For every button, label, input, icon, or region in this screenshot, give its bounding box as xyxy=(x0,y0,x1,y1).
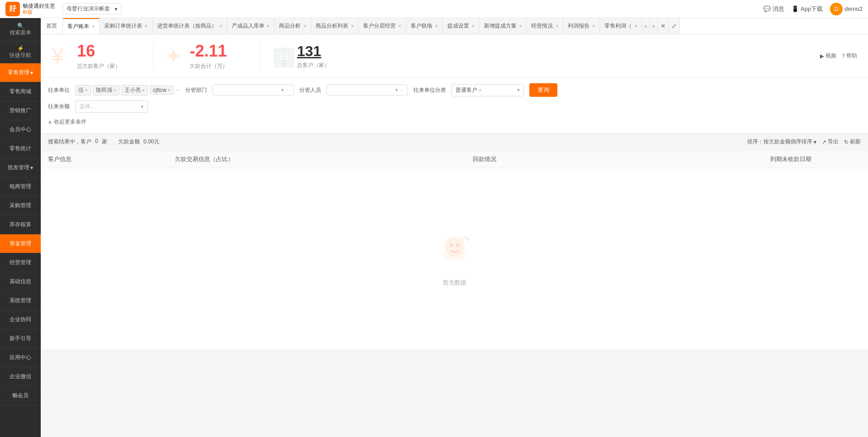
unit-type-select[interactable]: 普通客户 × ▾ xyxy=(451,84,524,96)
tab-close-customer-segment[interactable]: × xyxy=(398,24,401,28)
sidebar-item-capital-mgmt[interactable]: 资金管理 xyxy=(0,234,41,253)
collapse-button[interactable]: ∧ 收起更多条件 xyxy=(48,116,861,128)
tab-operation-status[interactable]: 经营情况 × xyxy=(527,18,563,34)
sidebar-item-ecommerce[interactable]: 电商管理 xyxy=(0,177,41,196)
sidebar-item-retail-mall[interactable]: 零售商城 xyxy=(0,82,41,101)
filter-tag-chen: 陈民强 × xyxy=(93,85,120,95)
tab-close-purchase-goods-stats[interactable]: × xyxy=(220,24,222,28)
filter-more-tags[interactable]: ··· xyxy=(175,87,180,93)
customers-debt-label: 总欠款客户（家） xyxy=(77,62,120,70)
top-bar: 好 畅捷通好生意 标版 母婴行业演示帐套 ▾ 💬 消息 📱 App下载 D de… xyxy=(0,0,868,18)
tab-close-profit-report[interactable]: × xyxy=(592,24,595,28)
tab-product-stock[interactable]: 产成品入库单 × xyxy=(227,18,275,34)
tab-nav-prev[interactable]: ‹ xyxy=(642,18,650,34)
video-button[interactable]: ▶ 视频 xyxy=(820,52,836,60)
chevron-icon: ▾ xyxy=(30,165,33,171)
customers-debt-count: 16 xyxy=(77,42,120,61)
sidebar-item-member-center[interactable]: 会员中心 xyxy=(0,120,41,139)
sidebar-quick-nav[interactable]: ⚡ 快捷导航 xyxy=(0,42,41,63)
sidebar-item-new-guide[interactable]: 新手引导 xyxy=(0,329,41,348)
stat-block-total-customers: 🏢 131 总客户（家） xyxy=(272,43,351,69)
unit-type-tag: 普通客户 × xyxy=(456,86,481,94)
sidebar-item-inventory[interactable]: 库存核算 xyxy=(0,215,41,234)
chevron-up-icon: ∧ xyxy=(48,119,52,125)
divider2 xyxy=(260,43,261,70)
tab-customer-contact[interactable]: 客户联络 × xyxy=(406,18,443,34)
remove-tag-wu[interactable]: × xyxy=(85,88,88,93)
table-body: 暂无数据 xyxy=(41,168,868,349)
refresh-button[interactable]: ↻ 刷新 xyxy=(844,138,861,146)
tab-close-customer-contact[interactable]: × xyxy=(435,24,438,28)
logo: 好 畅捷通好生意 标版 xyxy=(5,2,55,16)
sidebar-item-retail-stats[interactable]: 零售统计 xyxy=(0,139,41,158)
tab-home[interactable]: 首页 xyxy=(41,18,63,34)
total-customers-value: 131 xyxy=(297,43,330,60)
tab-customer-book[interactable]: 客户账本 × xyxy=(63,18,100,34)
dept-select-arrow: ▾ xyxy=(281,87,284,93)
sidebar-item-enterprise-coop[interactable]: 企业协同 xyxy=(0,310,41,329)
balance-select[interactable]: 选择... ▾ xyxy=(75,100,148,113)
tab-close-product-stock[interactable]: × xyxy=(267,24,270,28)
sidebar-item-app-center[interactable]: 应用中心 xyxy=(0,348,41,367)
sidebar-item-retail-mgmt[interactable]: 零售管理 ▾ xyxy=(0,63,41,82)
help-button[interactable]: ? 帮助 xyxy=(842,52,857,60)
tab-close-customer-book[interactable]: × xyxy=(92,24,95,29)
query-button[interactable]: 查询 xyxy=(529,83,557,97)
balance-select-arrow: ▾ xyxy=(141,104,144,110)
tab-goods-analysis-list[interactable]: 商品分析列表 × xyxy=(311,18,359,34)
user-menu[interactable]: D demo2 xyxy=(830,3,863,15)
sidebar-item-enterprise-wechat[interactable]: 企业微信 xyxy=(0,367,41,386)
sidebar-item-basic-info[interactable]: 基础信息 xyxy=(0,272,41,291)
remove-tag-cjttcw[interactable]: × xyxy=(168,88,171,93)
tab-new-propose[interactable]: 新增提成方案 × xyxy=(480,18,527,34)
tab-profit-report[interactable]: 利润报告 × xyxy=(563,18,600,34)
app-download-button[interactable]: 📱 App下载 xyxy=(791,5,823,13)
tab-close-propose-settings[interactable]: × xyxy=(472,24,475,28)
tab-close-retail-profit[interactable]: × xyxy=(634,24,637,28)
tab-close-goods-analysis-list[interactable]: × xyxy=(351,24,354,28)
sidebar-item-system-mgmt[interactable]: 系统管理 xyxy=(0,291,41,310)
tab-nav-close-all[interactable]: ✕ xyxy=(658,18,669,34)
svg-point-4 xyxy=(467,238,470,241)
col-customer: 客户信息 xyxy=(48,155,175,163)
person-select-more: ··· xyxy=(400,87,404,93)
remove-tag-wang[interactable]: × xyxy=(142,88,145,93)
account-selector[interactable]: 母婴行业演示帐套 ▾ xyxy=(62,3,121,14)
person-select[interactable]: ▾ ··· xyxy=(326,85,408,95)
tab-close-goods-analysis[interactable]: × xyxy=(303,24,306,28)
sidebar-item-marketing[interactable]: 营销推广 xyxy=(0,101,41,120)
chevron-down-icon: ▾ xyxy=(115,6,117,12)
tab-nav-expand[interactable]: ⤢ xyxy=(669,18,680,34)
help-icon: ? xyxy=(842,53,845,59)
filter-tag-wu: 伍 × xyxy=(75,85,91,95)
tab-close-new-propose[interactable]: × xyxy=(519,24,522,28)
tab-purchase-stats[interactable]: 采购订单统计表 × xyxy=(100,18,153,34)
tab-customer-segment[interactable]: 客户分层经营 × xyxy=(359,18,406,34)
empty-text: 暂无数据 xyxy=(443,279,466,287)
table-header: 客户信息 欠款交易信息（占比） 回款情况 到期未收款日期 xyxy=(41,151,868,168)
remove-unit-type-tag[interactable]: × xyxy=(479,88,481,93)
sort-select[interactable]: 排序：按欠款金额倒序排序 ▾ xyxy=(747,138,816,146)
total-customers-label: 总客户（家） xyxy=(297,62,330,69)
tab-goods-analysis[interactable]: 商品分析 × xyxy=(274,18,311,34)
sidebar-item-purchase-mgmt[interactable]: 采购管理 xyxy=(0,196,41,215)
customers-icon: ¥ xyxy=(52,43,64,68)
sidebar-item-batch-mgmt[interactable]: 批发管理 ▾ xyxy=(0,158,41,177)
tab-close-operation-status[interactable]: × xyxy=(556,24,558,28)
tab-retail-profit[interactable]: 零售利润（ × xyxy=(600,18,642,34)
col-debt: 欠款交易信息（占比） xyxy=(175,155,473,163)
tab-propose-settings[interactable]: 提成设置 × xyxy=(443,18,480,34)
tab-purchase-goods-stats[interactable]: 进货单统计表（按商品） × xyxy=(153,18,227,34)
sidebar-item-member-vip[interactable]: 畅会员 xyxy=(0,386,41,405)
filter-tag-cjttcw: cjttcw × xyxy=(150,86,174,95)
tab-close-purchase-stats[interactable]: × xyxy=(145,24,148,28)
empty-icon xyxy=(436,231,473,273)
remove-tag-chen[interactable]: × xyxy=(114,88,116,93)
dept-select[interactable]: ▾ ··· xyxy=(212,85,294,95)
tab-nav-next[interactable]: › xyxy=(650,18,657,34)
sidebar-item-operation-mgmt[interactable]: 经营管理 xyxy=(0,253,41,272)
sort-arrow-icon: ▾ xyxy=(814,139,816,145)
sidebar-search[interactable]: 🔍 搜索菜单 xyxy=(0,18,41,42)
message-button[interactable]: 💬 消息 xyxy=(763,5,784,13)
export-button[interactable]: ↗ 导出 xyxy=(822,138,839,146)
